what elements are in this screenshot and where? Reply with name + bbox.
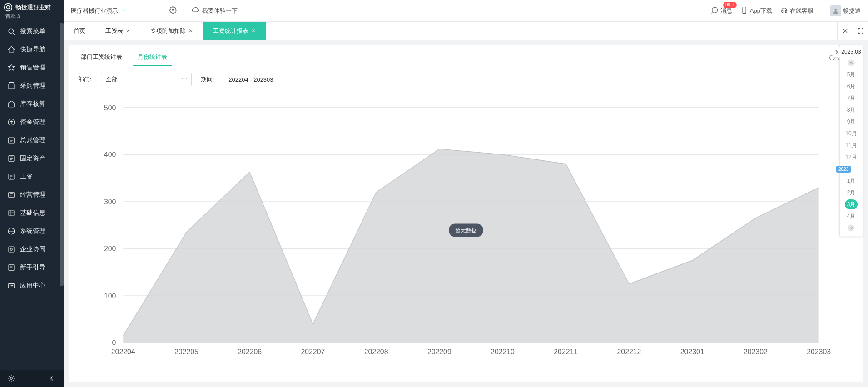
svg-text:202204: 202204: [111, 347, 135, 357]
message-icon: [711, 6, 719, 15]
tab-2[interactable]: 专项附加扣除✕: [140, 22, 203, 40]
sidebar-item-3[interactable]: 采购管理: [0, 77, 64, 95]
support-button[interactable]: 在线客服: [780, 6, 813, 15]
sidebar-item-5[interactable]: 资金管理: [0, 113, 64, 131]
tab-1[interactable]: 工资表✕: [95, 22, 140, 40]
tab-0[interactable]: 首页: [64, 22, 95, 40]
phone-icon: [740, 6, 748, 15]
sidebar-item-2[interactable]: 销售管理: [0, 59, 64, 77]
period-rail-toggle[interactable]: [833, 47, 840, 58]
sidebar-scrollbar[interactable]: [60, 23, 64, 295]
period-month[interactable]: 2月: [845, 188, 858, 198]
year-badge: 2023: [836, 166, 851, 173]
dept-value: 全部: [106, 76, 118, 83]
try-link[interactable]: 我要体验一下: [192, 6, 238, 15]
svg-point-15: [12, 285, 13, 286]
menu-label: 库存核算: [20, 100, 45, 108]
sidebar-menu: 搜索菜单快捷导航销售管理采购管理库存核算资金管理总账管理固定资产工资经营管理基础…: [0, 22, 64, 370]
message-button[interactable]: 消息 99 +: [711, 6, 732, 15]
menu-icon: [7, 173, 15, 181]
logo-icon: [4, 3, 13, 12]
menu-icon: [7, 209, 15, 217]
svg-point-16: [10, 377, 13, 380]
svg-text:202212: 202212: [617, 347, 641, 357]
app-download-button[interactable]: App下载: [740, 6, 772, 15]
sidebar-item-10[interactable]: 基础信息: [0, 204, 64, 222]
menu-icon: [7, 27, 15, 35]
svg-point-46: [848, 225, 855, 232]
org-selector[interactable]: 医疗器械行业演示 ﹀: [71, 7, 162, 15]
logo-area: 畅捷通好业财: [0, 0, 64, 13]
svg-point-45: [848, 60, 855, 66]
svg-text:202208: 202208: [364, 347, 388, 357]
menu-icon: [7, 100, 15, 108]
chevron-down-icon: ﹀: [122, 7, 128, 15]
subtabs-bar: 部门工资统计表月份统计表 刷新: [69, 45, 863, 66]
period-month[interactable]: 11月: [845, 140, 858, 150]
version-label: 普及版: [0, 13, 64, 22]
menu-icon: [7, 154, 15, 163]
menu-label: 系统管理: [20, 227, 45, 235]
menu-label: 销售管理: [20, 64, 45, 72]
filters-bar: 部门: 全部 ﹀ 期间: 202204 - 202303: [69, 66, 863, 90]
close-icon[interactable]: ✕: [251, 28, 256, 34]
menu-label: 应用中心: [20, 282, 45, 290]
cloud-icon: [192, 6, 199, 15]
period-value: 202204 - 202303: [223, 76, 273, 83]
period-month[interactable]: 12月: [845, 152, 858, 162]
period-month[interactable]: 6月: [845, 81, 858, 91]
menu-label: 固定资产: [20, 154, 45, 163]
subtab-0[interactable]: 部门工资统计表: [76, 49, 127, 66]
sidebar-item-12[interactable]: 企业协同: [0, 240, 64, 258]
svg-text:0: 0: [112, 338, 116, 347]
logo-title: 畅捷通好业财: [15, 3, 51, 11]
sidebar-item-6[interactable]: 总账管理: [0, 131, 64, 149]
period-next-button[interactable]: [840, 223, 863, 233]
try-label: 我要体验一下: [202, 7, 238, 15]
settings-icon[interactable]: [7, 374, 15, 382]
svg-point-17: [172, 9, 174, 11]
period-month[interactable]: 3月: [845, 199, 858, 209]
sidebar-item-11[interactable]: 系统管理: [0, 222, 64, 240]
dept-select[interactable]: 全部 ﹀: [101, 73, 192, 86]
period-month[interactable]: 7月: [845, 93, 858, 103]
collapse-icon[interactable]: [48, 374, 56, 382]
tabs-close-button[interactable]: [837, 22, 853, 40]
svg-text:202302: 202302: [744, 347, 768, 357]
sidebar-item-1[interactable]: 快捷导航: [0, 40, 64, 59]
sidebar-item-0[interactable]: 搜索菜单: [0, 22, 64, 40]
svg-rect-12: [8, 284, 15, 288]
period-prev-button[interactable]: [840, 58, 863, 68]
gear-icon[interactable]: [169, 6, 177, 15]
period-month[interactable]: 1月: [845, 176, 858, 186]
menu-icon: [7, 191, 15, 199]
period-month[interactable]: 4月: [845, 211, 858, 221]
sidebar-item-4[interactable]: 库存核算: [0, 95, 64, 113]
menu-label: 总账管理: [20, 136, 45, 144]
menu-label: 采购管理: [20, 82, 45, 90]
period-month[interactable]: 10月: [845, 129, 858, 139]
svg-text:200: 200: [104, 244, 116, 253]
close-icon[interactable]: ✕: [188, 28, 193, 34]
tab-3[interactable]: 工资统计报表✕: [203, 22, 266, 40]
fullscreen-button[interactable]: [853, 22, 868, 40]
sidebar-item-14[interactable]: 应用中心: [0, 277, 64, 295]
menu-icon: [7, 282, 15, 290]
sidebar-item-13[interactable]: 新手引导: [0, 258, 64, 277]
menu-label: 快捷导航: [20, 45, 45, 54]
period-month[interactable]: 9月: [845, 117, 858, 127]
sidebar-item-9[interactable]: 经营管理: [0, 186, 64, 204]
menu-icon: [7, 245, 15, 253]
app-download-label: App下载: [750, 7, 772, 15]
period-month[interactable]: 5月: [845, 69, 858, 79]
svg-text:400: 400: [104, 150, 116, 159]
close-icon[interactable]: ✕: [126, 28, 130, 34]
org-name: 医疗器械行业演示: [71, 7, 118, 15]
divider: [184, 6, 184, 15]
subtab-1[interactable]: 月份统计表: [133, 49, 172, 66]
period-month[interactable]: 8月: [845, 105, 858, 115]
svg-point-14: [11, 285, 12, 286]
user-menu[interactable]: 畅捷通: [830, 5, 861, 16]
sidebar-item-7[interactable]: 固定资产: [0, 149, 64, 168]
sidebar-item-8[interactable]: 工资: [0, 168, 64, 186]
